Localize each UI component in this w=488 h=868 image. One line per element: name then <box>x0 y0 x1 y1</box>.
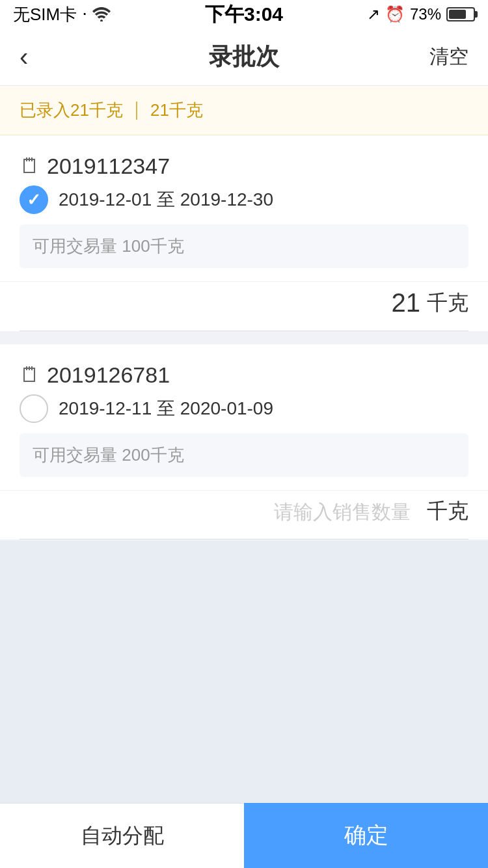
batch-2-quantity-row: 千克 <box>0 490 488 539</box>
batch-2-date-row: 2019-12-11 至 2020-01-09 <box>0 394 488 433</box>
info-divider <box>136 102 137 120</box>
page-title: 录批次 <box>209 41 279 73</box>
status-bar: 无SIM卡 ⋅ 下午3:04 ↗ ⏰ 73% <box>0 0 488 29</box>
wifi-icon: ⋅ <box>82 5 87 25</box>
batch-item-1: 🗒 2019112347 2019-12-01 至 2019-12-30 可用交… <box>0 135 488 331</box>
status-time: 下午3:04 <box>205 1 283 28</box>
back-button[interactable]: ‹ <box>20 42 72 72</box>
clear-button[interactable]: 清空 <box>429 44 468 70</box>
wifi-signal-icon <box>92 7 111 21</box>
batch-1-underline <box>20 331 468 331</box>
recorded-label: 已录入21千克 <box>20 99 123 122</box>
batch-2-number: 2019126781 <box>47 362 170 388</box>
batch-1-quantity: 21 <box>392 288 421 318</box>
batch-1-quantity-row: 21 千克 <box>0 281 488 331</box>
svg-point-0 <box>100 20 103 21</box>
batch-1-date-row: 2019-12-01 至 2019-12-30 <box>0 185 488 224</box>
recorded-value: 21千克 <box>150 99 203 122</box>
batch-2-radio[interactable] <box>20 394 48 423</box>
battery-percent: 73% <box>410 5 441 23</box>
alarm-icon: ⏰ <box>385 5 405 23</box>
gray-area <box>0 541 488 803</box>
batch-2-icon: 🗒 <box>20 363 40 387</box>
auto-distribute-button[interactable]: 自动分配 <box>0 803 244 868</box>
batch-2-underline <box>20 539 468 539</box>
batch-2-quantity-input[interactable] <box>225 500 420 524</box>
batch-2-available: 可用交易量 200千克 <box>20 433 468 477</box>
batch-1-number: 2019112347 <box>47 154 170 179</box>
batch-1-unit: 千克 <box>427 289 468 318</box>
batch-1-date: 2019-12-01 至 2019-12-30 <box>59 187 273 212</box>
batch-item-2: 🗒 2019126781 2019-12-11 至 2020-01-09 可用交… <box>0 344 488 539</box>
batch-2-header: 🗒 2019126781 <box>0 344 488 394</box>
batch-2-unit: 千克 <box>427 497 468 526</box>
status-left: 无SIM卡 ⋅ <box>13 3 111 26</box>
batch-2-date: 2019-12-11 至 2020-01-09 <box>59 396 273 421</box>
battery-icon <box>446 7 475 21</box>
bottom-bar: 自动分配 确定 <box>0 803 488 868</box>
info-bar: 已录入21千克 21千克 <box>0 86 488 135</box>
batch-1-header: 🗒 2019112347 <box>0 135 488 185</box>
batch-1-radio[interactable] <box>20 185 48 214</box>
batch-1-icon: 🗒 <box>20 154 40 178</box>
location-icon: ↗ <box>367 5 380 23</box>
nav-bar: ‹ 录批次 清空 <box>0 29 488 86</box>
status-right: ↗ ⏰ 73% <box>367 5 475 23</box>
confirm-button[interactable]: 确定 <box>244 803 488 868</box>
batch-1-available: 可用交易量 100千克 <box>20 224 468 268</box>
no-sim-text: 无SIM卡 <box>13 3 77 26</box>
